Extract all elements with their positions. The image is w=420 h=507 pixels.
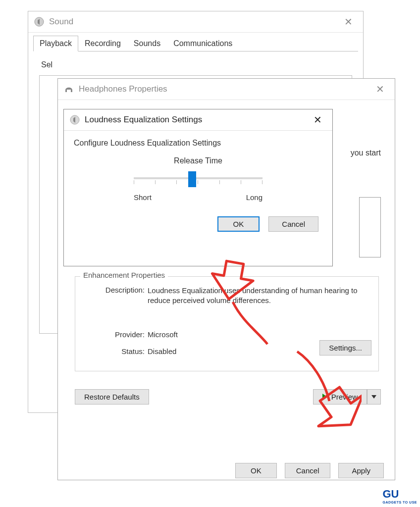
ok-button[interactable]: OK: [217, 216, 260, 232]
settings-button[interactable]: Settings...: [319, 340, 371, 355]
status-value: Disabled: [148, 347, 176, 355]
headphones-icon: [64, 84, 74, 94]
restore-defaults-button[interactable]: Restore Defaults: [75, 389, 149, 405]
watermark-logo: GU GADGETS TO USE: [383, 488, 418, 504]
provider-label: Provider:: [94, 330, 145, 339]
release-time-label: Release Time: [74, 156, 322, 165]
tab-communications[interactable]: Communications: [167, 36, 239, 51]
hp-titlebar: Headphones Properties ✕: [58, 79, 395, 100]
provider-value: Microsoft: [148, 330, 178, 339]
hp-footer-buttons: OK Cancel Apply: [235, 463, 384, 478]
tab-sounds[interactable]: Sounds: [127, 36, 167, 51]
slider-short-label: Short: [134, 193, 152, 202]
slider-thumb[interactable]: [188, 171, 196, 187]
le-subtitle: Configure Loudness Equalization Settings: [74, 139, 322, 148]
loudness-equalization-dialog: Loudness Equalization Settings ✕ Configu…: [63, 109, 333, 266]
cancel-button[interactable]: Cancel: [268, 216, 318, 232]
ok-button[interactable]: OK: [235, 463, 277, 478]
enhancements-list-partial[interactable]: [359, 197, 381, 257]
tab-recording[interactable]: Recording: [78, 36, 127, 51]
group-title: Enhancement Properties: [80, 271, 168, 279]
le-title: Loudness Equalization Settings: [85, 115, 202, 125]
preview-label: Preview: [331, 393, 358, 401]
hp-hint-text: you start: [351, 149, 381, 157]
preview-dropdown[interactable]: [367, 389, 381, 405]
close-icon[interactable]: ✕: [336, 11, 360, 32]
tab-playback[interactable]: Playback: [33, 36, 78, 51]
description-label: Description:: [94, 286, 145, 305]
speaker-icon: [70, 115, 80, 125]
preview-split-button: Preview: [313, 389, 381, 405]
release-time-slider[interactable]: [134, 171, 262, 184]
slider-long-label: Long: [246, 193, 262, 202]
sound-titlebar: Sound ✕: [28, 11, 363, 33]
cancel-button[interactable]: Cancel: [285, 463, 331, 478]
speaker-icon: [34, 17, 44, 27]
chevron-down-icon: [371, 395, 376, 399]
description-value: Loudness Equalization uses understanding…: [148, 286, 368, 305]
enhancement-properties-group: Enhancement Properties Description: Loud…: [75, 276, 379, 371]
apply-button[interactable]: Apply: [338, 463, 384, 478]
hp-title: Headphones Properties: [79, 84, 167, 94]
close-icon[interactable]: ✕: [368, 79, 392, 100]
status-label: Status:: [94, 347, 145, 355]
close-icon[interactable]: ✕: [306, 109, 329, 130]
sound-tabs: Playback Recording Sounds Communications: [28, 33, 363, 51]
le-titlebar: Loudness Equalization Settings ✕: [64, 109, 332, 131]
select-device-label: Sel: [28, 51, 363, 72]
preview-button[interactable]: Preview: [313, 389, 367, 405]
play-icon: [322, 394, 327, 401]
sound-title: Sound: [49, 17, 73, 27]
